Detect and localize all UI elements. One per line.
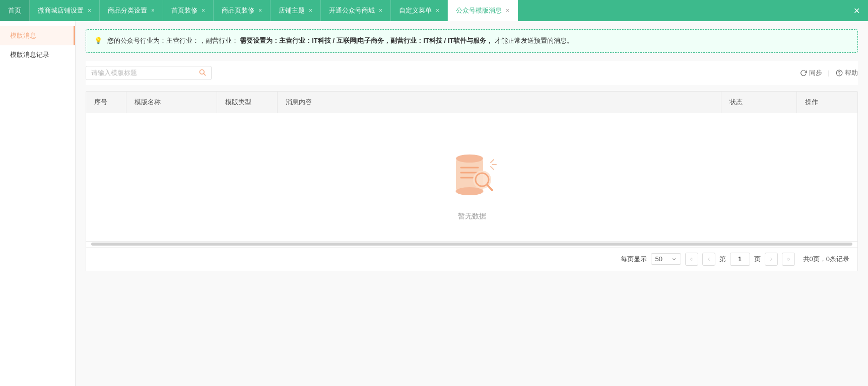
tab-template-msg[interactable]: 公众号模版消息 × [448,0,518,21]
last-page-icon [786,257,791,262]
tab-shop-theme-label: 店铺主题 [279,6,305,15]
tab-shop-theme-close[interactable]: × [309,7,312,14]
tab-wechat-shop[interactable]: 微商城店铺设置 × [30,0,100,21]
sidebar: 模版消息 模版消息记录 [0,21,76,386]
search-row: 同步 | 帮助 [86,61,858,85]
search-actions: 同步 | 帮助 [800,68,858,78]
col-name: 模版名称 [126,92,217,113]
tab-product-decor-close[interactable]: × [258,7,262,14]
tab-bar-close-all[interactable]: ✕ [845,6,868,16]
tab-custom-menu[interactable]: 自定义菜单 × [391,0,448,21]
sidebar-item-template-message-log[interactable]: 模版消息记录 [0,45,75,64]
empty-text: 暂无数据 [458,212,486,221]
prev-page-icon [706,257,711,262]
search-input[interactable] [91,69,198,76]
col-content: 消息内容 [278,92,721,113]
tab-home-decor-close[interactable]: × [202,7,205,14]
search-input-wrap[interactable] [86,66,212,80]
content-area: 💡 您的公众号行业为：主营行业：，副营行业： 需要设置为：主营行业：IT科技 /… [76,21,868,386]
first-page-button[interactable] [685,253,698,266]
fake-scrollbar[interactable] [91,243,852,246]
tab-wechat-shop-close[interactable]: × [88,7,91,14]
tab-template-msg-label: 公众号模版消息 [456,6,502,15]
sidebar-item-template-message-label: 模版消息 [10,32,36,39]
help-label: 帮助 [845,68,858,78]
notice-banner: 💡 您的公众号行业为：主营行业：，副营行业： 需要设置为：主营行业：IT科技 /… [86,29,858,53]
search-button[interactable] [198,68,206,78]
next-page-icon [769,257,774,262]
tab-product-decor-label: 商品页装修 [222,6,254,15]
tab-template-msg-close[interactable]: × [506,7,509,14]
sync-label: 同步 [809,68,822,78]
page-suffix-label: 页 [754,255,761,264]
main-layout: 模版消息 模版消息记录 💡 您的公众号行业为：主营行业：，副营行业： 需要设置为… [0,21,868,386]
tab-home-decor-label: 首页装修 [171,6,197,15]
next-page-button[interactable] [765,253,778,266]
sidebar-item-template-message[interactable]: 模版消息 [0,26,75,45]
tab-open-mall-label: 开通公众号商城 [329,6,375,15]
first-page-icon [689,257,694,262]
tab-home[interactable]: 首页 [0,0,30,21]
divider-v: | [828,69,830,76]
table-header: 序号 模版名称 模版类型 消息内容 状态 操作 [86,92,857,113]
tab-bar: 首页 微商城店铺设置 × 商品分类设置 × 首页装修 × 商品页装修 × 店铺主… [0,0,868,21]
per-page-label: 每页显示 [621,255,647,264]
sidebar-item-template-message-log-label: 模版消息记录 [10,51,49,58]
tab-custom-menu-label: 自定义菜单 [399,6,432,15]
col-action: 操作 [797,92,857,113]
page-size-select[interactable]: 50 [651,253,681,265]
last-page-button[interactable] [782,253,795,266]
page-prefix-label: 第 [719,255,726,264]
svg-line-14 [491,160,494,163]
tab-home-label: 首页 [8,6,21,15]
tab-product-decor[interactable]: 商品页装修 × [214,0,271,21]
tab-wechat-shop-label: 微商城店铺设置 [38,6,84,15]
page-size-value: 50 [655,255,662,263]
tab-shop-theme[interactable]: 店铺主题 × [271,0,321,21]
notice-suffix: 才能正常发送预置的消息。 [495,37,573,44]
svg-line-13 [487,185,492,190]
pagination-row: 每页显示 50 第 [86,247,857,271]
tab-open-mall[interactable]: 开通公众号商城 × [321,0,391,21]
notice-icon: 💡 [94,37,102,44]
page-input[interactable] [730,253,750,266]
tab-product-category-close[interactable]: × [151,7,155,14]
empty-icon [442,143,502,204]
help-button[interactable]: 帮助 [836,68,858,78]
tab-open-mall-close[interactable]: × [379,7,382,14]
col-seq: 序号 [86,92,126,113]
svg-line-16 [491,167,494,170]
empty-state: 暂无数据 [86,113,857,241]
tab-custom-menu-close[interactable]: × [436,7,439,14]
svg-point-7 [456,187,483,195]
notice-prefix: 您的公众号行业为：主营行业：，副营行业： [107,37,238,44]
svg-line-1 [204,73,205,75]
sync-button[interactable]: 同步 [800,68,822,78]
col-status: 状态 [721,92,797,113]
col-type: 模版类型 [217,92,278,113]
tab-product-category-label: 商品分类设置 [108,6,147,15]
notice-highlight: 需要设置为：主营行业：IT科技 / 互联网|电子商务，副营行业：IT科技 / I… [240,37,493,44]
svg-point-6 [456,155,483,163]
chevron-down-icon [672,257,677,262]
tab-product-category[interactable]: 商品分类设置 × [100,0,163,21]
prev-page-button[interactable] [702,253,715,266]
tab-home-decor[interactable]: 首页装修 × [163,0,214,21]
table-wrap: 序号 模版名称 模版类型 消息内容 状态 操作 [86,91,858,271]
scrollbar-row[interactable] [86,241,857,247]
pagination-total-info: 共0页，0条记录 [803,255,849,264]
